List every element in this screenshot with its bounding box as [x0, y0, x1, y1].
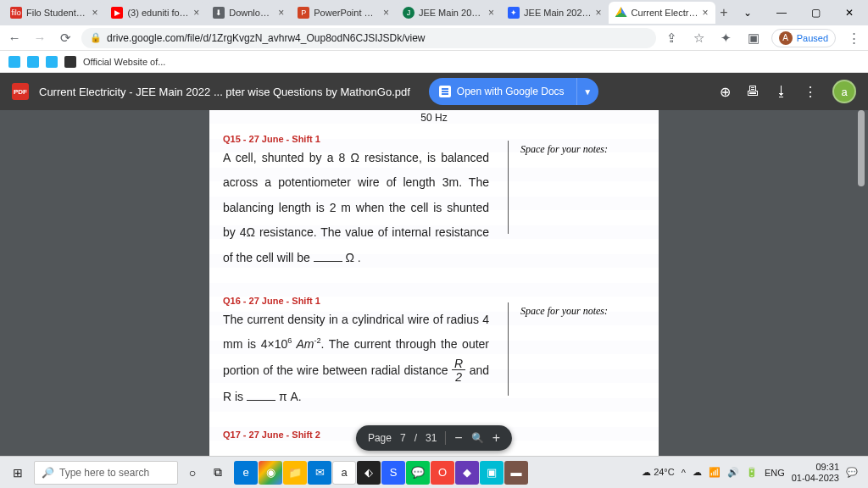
cortana-icon[interactable]: ○ — [181, 462, 203, 484]
q16-label: Q16 - 27 June - Shift 1 — [223, 296, 489, 306]
tab-jee2023[interactable]: JJEE Main 2023 Chapt× — [396, 2, 501, 24]
browser-tabs: filoFilo Student: World's × ▶(3) eduniti… — [0, 0, 868, 25]
zoom-fit-button[interactable]: 🔍 — [471, 432, 484, 444]
physics-icon: ✦ — [508, 7, 520, 19]
tray-chevron-icon[interactable]: ^ — [682, 468, 686, 478]
notes-label: Space for your notes: — [520, 143, 608, 155]
tab-downloads[interactable]: ⬇Downloads× — [206, 2, 291, 24]
clock[interactable]: 09:3101-04-2023 — [792, 462, 839, 483]
side-panel-icon[interactable]: ▣ — [744, 29, 763, 47]
page-current[interactable]: 7 — [400, 432, 406, 444]
star-icon[interactable]: ☆ — [690, 29, 709, 47]
pdf-icon: PDF — [12, 83, 29, 100]
jee-icon: J — [403, 7, 415, 19]
profile-paused[interactable]: APaused — [771, 29, 836, 47]
zoom-out-button[interactable]: − — [454, 430, 462, 446]
q15-body: A cell, shunted by a 8 Ω resistance, is … — [223, 146, 489, 270]
tab-current-electricity[interactable]: Current Electricity - JE× — [609, 2, 715, 24]
search-icon: 🔎 — [42, 467, 54, 479]
document-title: Current Electricity - JEE Main 2022 ... … — [39, 86, 410, 98]
back-button[interactable]: ← — [5, 29, 24, 47]
app-icon[interactable]: ▬ — [504, 461, 528, 485]
pdf-viewer: 50 Hz Q15 - 27 June - Shift 1 A cell, sh… — [0, 110, 868, 456]
forward-button[interactable]: → — [31, 29, 49, 47]
onedrive-icon[interactable]: ☁ — [693, 467, 702, 478]
app-icon[interactable]: ◆ — [455, 461, 479, 485]
page-total: 31 — [426, 432, 437, 444]
share-icon[interactable]: ⇪ — [663, 29, 682, 47]
task-view-icon[interactable]: ⧉ — [207, 462, 229, 484]
app-icon[interactable]: ▣ — [480, 461, 504, 485]
download-icon: ⬇ — [213, 7, 225, 19]
opera-icon[interactable]: O — [431, 461, 454, 485]
address-bar: ← → ⟳ 🔒 drive.google.com/file/d/1ZrgKvgz… — [0, 25, 868, 51]
docs-icon — [439, 86, 451, 97]
close-icon[interactable]: × — [278, 7, 284, 19]
notes-label: Space for your notes: — [520, 305, 608, 317]
new-tab-button[interactable]: + — [715, 2, 732, 24]
open-with-dropdown[interactable]: ▼ — [576, 78, 598, 105]
dropbox-icon[interactable]: ⬖ — [357, 461, 381, 485]
profile-avatar-icon: A — [779, 31, 793, 45]
bookmark-link[interactable]: Official Website of... — [83, 57, 165, 67]
mail-icon[interactable]: ✉ — [308, 461, 331, 485]
page-controls: Page 7 / 31 − 🔍 + — [356, 425, 512, 451]
close-icon[interactable]: × — [703, 7, 709, 19]
close-window-button[interactable]: ✕ — [834, 2, 865, 24]
url-text: drive.google.com/file/d/1ZrgKvgzN_avhrw4… — [107, 32, 426, 44]
q16-body: The current density in a cylindrical wir… — [223, 308, 489, 409]
taskbar-search[interactable]: 🔎Type here to search — [34, 461, 178, 485]
close-icon[interactable]: × — [596, 7, 602, 19]
edge-icon[interactable]: e — [234, 461, 258, 485]
battery-icon[interactable]: 🔋 — [746, 467, 758, 478]
tab-youtube[interactable]: ▶(3) eduniti formula re× — [104, 2, 206, 24]
tab-jee2022[interactable]: ✦JEE Main 2022 Physic× — [501, 2, 609, 24]
download-icon[interactable]: ⭳ — [775, 84, 788, 99]
chevron-down-icon[interactable]: ⌄ — [732, 2, 763, 24]
account-avatar[interactable]: a — [832, 80, 856, 103]
app-icon[interactable]: S — [381, 461, 405, 485]
bookmark-icon[interactable] — [27, 56, 39, 68]
close-icon[interactable]: × — [193, 7, 199, 19]
pdf-page: 50 Hz Q15 - 27 June - Shift 1 A cell, sh… — [209, 110, 659, 456]
youtube-icon: ▶ — [111, 7, 123, 19]
maximize-button[interactable]: ▢ — [800, 2, 831, 24]
menu-icon[interactable]: ⋮ — [844, 29, 863, 47]
reload-button[interactable]: ⟳ — [56, 29, 75, 47]
whatsapp-icon[interactable]: 💬 — [406, 461, 430, 485]
bookmark-icon[interactable] — [64, 56, 76, 68]
volume-icon[interactable]: 🔊 — [727, 467, 739, 478]
start-button[interactable]: ⊞ — [5, 460, 31, 485]
lock-icon: 🔒 — [90, 32, 102, 43]
add-shortcut-icon[interactable]: ⊕ — [720, 84, 731, 100]
system-tray: ☁ 24°C ^ ☁ 📶 🔊 🔋 ENG 09:3101-04-2023 💬 — [642, 462, 863, 483]
close-icon[interactable]: × — [92, 7, 97, 19]
notifications-icon[interactable]: 💬 — [846, 467, 858, 478]
url-input[interactable]: 🔒 drive.google.com/file/d/1ZrgKvgzN_avhr… — [81, 28, 656, 48]
windows-taskbar: ⊞ 🔎Type here to search ○ ⧉ e ◉ 📁 ✉ a ⬖ S… — [0, 456, 868, 488]
scrollbar[interactable] — [856, 110, 866, 456]
file-explorer-icon[interactable]: 📁 — [283, 461, 307, 485]
powerpoint-icon: P — [298, 7, 309, 19]
language-indicator[interactable]: ENG — [765, 468, 785, 478]
app-icon[interactable]: a — [332, 461, 356, 485]
chrome-icon[interactable]: ◉ — [259, 461, 282, 485]
window-controls: ⌄ — ▢ ✕ — [732, 2, 865, 24]
close-icon[interactable]: × — [383, 7, 389, 19]
minimize-button[interactable]: — — [766, 2, 797, 24]
weather-widget[interactable]: ☁ 24°C — [642, 467, 675, 478]
print-icon[interactable]: 🖶 — [746, 84, 760, 99]
network-icon[interactable]: 📶 — [709, 467, 721, 478]
tab-filo[interactable]: filoFilo Student: World's × — [3, 2, 104, 24]
open-with-docs-button[interactable]: Open with Google Docs — [429, 78, 576, 105]
scrollbar-thumb[interactable] — [858, 110, 865, 186]
drive-icon — [615, 7, 627, 19]
tab-powerpoint[interactable]: PPowerPoint Presentat× — [291, 2, 396, 24]
close-icon[interactable]: × — [488, 7, 494, 19]
bookmark-icon[interactable] — [46, 56, 58, 68]
filo-icon: filo — [10, 7, 22, 19]
more-actions-icon[interactable]: ⋮ — [804, 84, 817, 100]
bookmark-icon[interactable] — [8, 56, 20, 68]
zoom-in-button[interactable]: + — [492, 430, 500, 446]
extensions-icon[interactable]: ✦ — [717, 29, 736, 47]
